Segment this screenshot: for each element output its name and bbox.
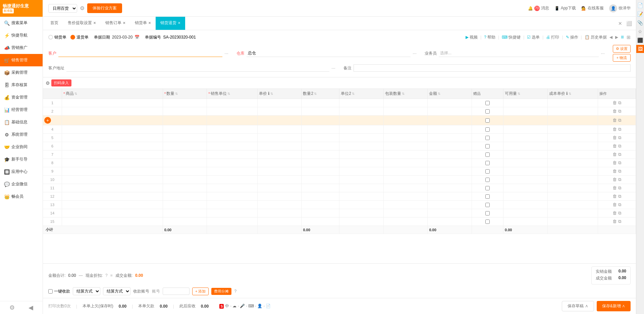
sidebar-item-system[interactable]: ⚙ 系统管理 bbox=[0, 128, 43, 141]
row-qty[interactable] bbox=[163, 116, 207, 125]
delete-row-btn[interactable]: 🗑 bbox=[612, 202, 617, 207]
gift-checkbox[interactable] bbox=[485, 136, 490, 140]
copy-row-btn[interactable]: ⧉ bbox=[618, 177, 621, 182]
row-unit[interactable] bbox=[207, 99, 257, 107]
copy-row-btn[interactable]: ⧉ bbox=[618, 160, 621, 166]
row-unit[interactable] bbox=[207, 107, 257, 116]
gift-checkbox[interactable] bbox=[485, 169, 490, 174]
gift-checkbox[interactable] bbox=[485, 152, 490, 157]
warehouse-input[interactable]: 总仓 bbox=[247, 50, 411, 57]
gift-checkbox[interactable] bbox=[485, 127, 490, 132]
delete-row-btn[interactable]: 🗑 bbox=[612, 219, 617, 224]
gift-checkbox[interactable] bbox=[485, 211, 490, 215]
logistics-btn[interactable]: + 物流 bbox=[613, 54, 631, 62]
delete-row-btn[interactable]: 🗑 bbox=[612, 177, 617, 182]
delete-row-btn[interactable]: 🗑 bbox=[612, 194, 617, 199]
prev-icon[interactable]: ◀ bbox=[609, 35, 612, 40]
fee-help-icon[interactable]: ? bbox=[234, 289, 236, 294]
customer-addr-input[interactable] bbox=[66, 64, 329, 72]
tab-sales-close[interactable]: ✕ bbox=[148, 21, 151, 25]
copy-row-btn[interactable]: ⧉ bbox=[618, 194, 621, 199]
calendar-icon[interactable]: 📅 bbox=[135, 35, 140, 40]
sidebar-item-operations[interactable]: 📊 经营管理 bbox=[0, 104, 43, 116]
industry-select[interactable]: 日用百货 bbox=[48, 4, 77, 13]
online-service-item[interactable]: 💁 在线客服 bbox=[581, 5, 604, 11]
sidebar-item-purchase[interactable]: 📦 采购管理 bbox=[0, 66, 43, 79]
delete-row-btn[interactable]: 🗑 bbox=[612, 135, 617, 140]
sidebar-item-enterprise[interactable]: 🤝 企业协同 bbox=[0, 141, 43, 153]
onepay-checkbox-item[interactable]: 一键收款 bbox=[48, 289, 70, 294]
save-new-btn[interactable]: 保存&新增 ∧ bbox=[597, 301, 631, 311]
add-row-btn[interactable]: + bbox=[44, 117, 51, 124]
copy-row-btn[interactable]: ⧉ bbox=[618, 109, 621, 114]
row-qty2[interactable] bbox=[302, 107, 339, 116]
gear-icon[interactable]: ⚙ bbox=[80, 5, 85, 11]
user-item[interactable]: 👤 徐泽华 bbox=[609, 4, 631, 12]
table-gear-icon[interactable]: ⚙ bbox=[46, 80, 50, 86]
copy-row-btn[interactable]: ⧉ bbox=[618, 152, 621, 157]
gift-checkbox[interactable] bbox=[485, 178, 490, 182]
copy-row-btn[interactable]: ⧉ bbox=[618, 169, 621, 174]
delete-row-btn[interactable]: 🗑 bbox=[612, 100, 617, 106]
delete-row-btn[interactable]: 🗑 bbox=[612, 118, 617, 123]
row-unit2[interactable] bbox=[339, 107, 384, 116]
gift-checkbox[interactable] bbox=[485, 109, 490, 114]
delete-row-btn[interactable]: 🗑 bbox=[612, 169, 617, 174]
row-cost[interactable] bbox=[547, 99, 598, 107]
tab-maximize-icon[interactable]: ⬜ bbox=[625, 19, 633, 27]
radio-sale[interactable]: 销货单 bbox=[48, 35, 66, 40]
row-cost[interactable] bbox=[547, 107, 598, 116]
row-cost[interactable] bbox=[547, 116, 598, 125]
delete-row-btn[interactable]: 🗑 bbox=[612, 109, 617, 114]
copy-row-btn[interactable]: ⧉ bbox=[618, 100, 621, 106]
copy-row-btn[interactable]: ⧉ bbox=[618, 210, 621, 216]
row-pkg[interactable] bbox=[383, 107, 428, 116]
tab-price-setting-close[interactable]: ✕ bbox=[93, 21, 96, 25]
sidebar-item-wechat[interactable]: 💬 企业微信 bbox=[0, 178, 43, 190]
settlement-select[interactable]: 结算方式 bbox=[73, 287, 100, 295]
sidebar-item-shortcut[interactable]: ⚡ 快捷导航 bbox=[0, 29, 43, 42]
sidebar-item-guide[interactable]: 🎓 新手引导 bbox=[0, 153, 43, 166]
app-download-item[interactable]: 📱 App下载 bbox=[554, 5, 576, 11]
account-input[interactable] bbox=[163, 288, 190, 295]
copy-row-btn[interactable]: ⧉ bbox=[618, 219, 621, 224]
row-avail[interactable] bbox=[503, 116, 548, 125]
fee-split-btn[interactable]: 费用分摊 bbox=[211, 288, 231, 295]
row-gift[interactable] bbox=[472, 116, 503, 125]
gift-checkbox[interactable] bbox=[485, 219, 490, 224]
add-account-btn[interactable]: + 添加 bbox=[192, 288, 209, 295]
tab-price-setting[interactable]: 售价提取设置 ✕ bbox=[63, 17, 101, 30]
action-operate[interactable]: ✎ 操作 bbox=[566, 35, 578, 40]
action-select[interactable]: ☑ 选单 bbox=[527, 35, 540, 40]
salesman-input[interactable]: 选择... bbox=[439, 50, 599, 57]
sidebar-item-inventory[interactable]: 🗄 库存核算 bbox=[0, 79, 43, 91]
action-print[interactable]: 🖨 打印 bbox=[546, 35, 559, 40]
row-qty[interactable] bbox=[163, 107, 207, 116]
delete-row-btn[interactable]: 🗑 bbox=[612, 127, 617, 132]
action-history[interactable]: 📋 历史单据 bbox=[585, 35, 607, 40]
sidebar-item-sales[interactable]: 🛒 销售管理 bbox=[0, 54, 43, 66]
row-pkg[interactable] bbox=[383, 116, 428, 125]
copy-row-btn[interactable]: ⧉ bbox=[618, 185, 621, 191]
row-price[interactable] bbox=[257, 99, 302, 107]
row-qty2[interactable] bbox=[302, 116, 339, 125]
right-panel-star-icon[interactable]: ☆ bbox=[637, 27, 644, 36]
save-draft-btn[interactable]: 保存草稿 ∧ bbox=[562, 301, 594, 311]
product-input[interactable] bbox=[63, 118, 161, 123]
customer-more-btn[interactable]: ··· bbox=[224, 51, 228, 56]
delete-row-btn[interactable]: 🗑 bbox=[612, 152, 617, 157]
row-price[interactable] bbox=[257, 116, 302, 125]
row-unit2[interactable] bbox=[339, 99, 384, 107]
copy-row-btn[interactable]: ⧉ bbox=[618, 118, 621, 123]
warehouse-more-btn[interactable]: ··· bbox=[413, 51, 417, 56]
row-unit2[interactable] bbox=[339, 116, 384, 125]
right-panel-edit-icon[interactable]: 📝 bbox=[636, 10, 644, 18]
right-panel-attach-icon[interactable]: 📎 bbox=[636, 19, 644, 27]
delete-row-btn[interactable]: 🗑 bbox=[612, 143, 617, 149]
salesman-more-btn[interactable]: ··· bbox=[601, 51, 605, 56]
row-qty[interactable] bbox=[163, 99, 207, 107]
gift-checkbox[interactable] bbox=[485, 144, 490, 148]
row-product[interactable] bbox=[62, 116, 163, 125]
copy-row-btn[interactable]: ⧉ bbox=[618, 135, 621, 140]
tab-sales-return[interactable]: 销货退货 ✕ bbox=[156, 17, 185, 30]
